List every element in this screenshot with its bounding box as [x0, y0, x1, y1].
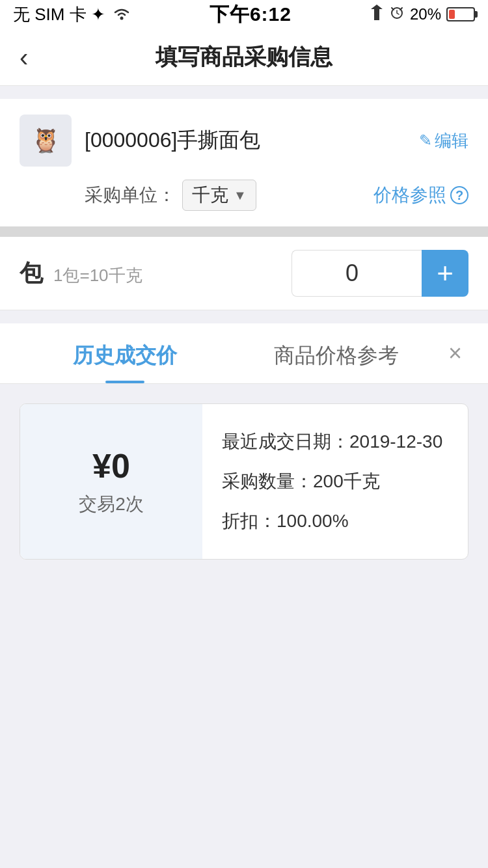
tab-history-label: 历史成交价 [73, 344, 177, 367]
price-symbol: ¥ [92, 447, 111, 485]
battery-percent: 20% [410, 5, 441, 23]
history-card-right: 最近成交日期：2019-12-30 采购数量：200千克 折扣：100.00% [202, 404, 468, 559]
price-ref-label: 价格参照 [373, 183, 446, 208]
tabs-bar: 历史成交价 商品价格参考 × [0, 323, 488, 384]
product-card: 🦉 [0000006]手撕面包 ✎ 编辑 采购单位： 千克 ▼ 价格参照 ? [0, 99, 488, 226]
dropdown-arrow-icon: ▼ [234, 188, 247, 203]
recent-date-value: 2019-12-30 [349, 431, 442, 452]
edit-label: 编辑 [435, 129, 468, 152]
page-header: ‹ 填写商品采购信息 [0, 29, 488, 86]
recent-date-label: 最近成交日期： [222, 431, 349, 452]
main-content: 历史成交价 商品价格参考 × ¥0 交易2次 最近成交日期：2019-12-30… [0, 323, 488, 779]
history-card-left: ¥0 交易2次 [20, 404, 202, 559]
purchase-qty-label: 采购数量： [222, 471, 313, 491]
product-logo-icon: 🦉 [31, 127, 61, 154]
svg-point-0 [120, 16, 123, 20]
discount-row: 折扣：100.00% [222, 507, 448, 536]
tab-product-label: 商品价格参考 [274, 344, 399, 367]
quantity-input-area: + [291, 250, 468, 297]
section-divider [0, 226, 488, 237]
alarm-icon [389, 5, 405, 24]
discount-value: 100.00% [277, 511, 349, 531]
recent-date-row: 最近成交日期：2019-12-30 [222, 427, 448, 457]
price-value: 0 [111, 447, 130, 485]
edit-button[interactable]: ✎ 编辑 [419, 129, 468, 152]
location-icon [370, 4, 384, 25]
status-right: 20% [370, 4, 475, 25]
status-left: 无 SIM 卡 ✦ [13, 3, 131, 26]
status-time: 下午6:12 [210, 1, 291, 28]
tab-history-price[interactable]: 历史成交价 [20, 323, 230, 383]
product-thumbnail: 🦉 [20, 115, 72, 167]
quantity-conversion: 1包=10千克 [53, 264, 142, 287]
product-top-row: 🦉 [0000006]手撕面包 ✎ 编辑 [20, 115, 468, 167]
discount-label: 折扣： [222, 511, 277, 531]
unit-row: 采购单位： 千克 ▼ 价格参照 ? [20, 180, 468, 211]
page-title: 填写商品采购信息 [156, 42, 332, 72]
help-icon: ? [450, 186, 468, 204]
edit-icon: ✎ [419, 131, 432, 150]
status-bar: 无 SIM 卡 ✦ 下午6:12 20% [0, 0, 488, 29]
quantity-plus-button[interactable]: + [422, 250, 468, 297]
quantity-input[interactable] [291, 250, 422, 297]
quantity-unit-label: 包 [20, 258, 43, 290]
trade-count: 交易2次 [79, 492, 144, 517]
product-name-row: [0000006]手撕面包 ✎ 编辑 [85, 126, 468, 155]
purchase-qty-value: 200千克 [313, 471, 380, 491]
history-price: ¥0 [92, 446, 130, 485]
battery-indicator [446, 7, 475, 21]
unit-label: 采购单位： [85, 183, 176, 208]
purchase-qty-row: 采购数量：200千克 [222, 467, 448, 496]
quantity-unit-info: 包 1包=10千克 [20, 258, 142, 290]
price-reference-button[interactable]: 价格参照 ? [373, 183, 468, 208]
unit-value: 千克 [192, 183, 228, 208]
quantity-row: 包 1包=10千克 + [0, 237, 488, 310]
tab-close-button[interactable]: × [442, 335, 468, 372]
wifi-icon [112, 5, 131, 25]
history-record-card: ¥0 交易2次 最近成交日期：2019-12-30 采购数量：200千克 折扣：… [20, 403, 468, 560]
unit-selector[interactable]: 千克 ▼ [182, 180, 256, 211]
tab-product-price-ref[interactable]: 商品价格参考 [230, 323, 441, 383]
sim-status: 无 SIM 卡 ✦ [13, 3, 105, 26]
back-button[interactable]: ‹ [20, 44, 28, 70]
product-name: [0000006]手撕面包 [85, 126, 260, 155]
